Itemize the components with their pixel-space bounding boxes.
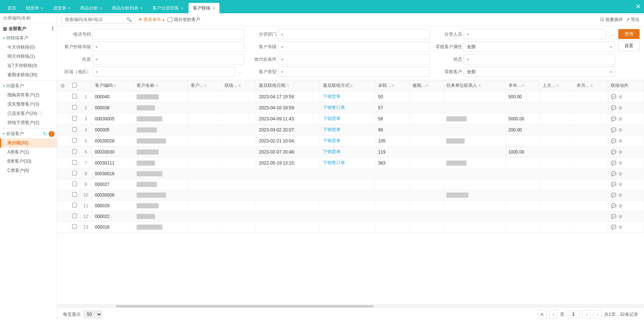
td-checkbox[interactable] <box>69 222 80 233</box>
filter-nature-select[interactable]: ▾ <box>92 54 244 64</box>
chat-icon[interactable]: 💬 <box>611 116 616 121</box>
grid-icon[interactable]: ⊞ <box>619 182 622 187</box>
th-uncontacted[interactable]: 未联... <box>375 80 409 91</box>
row-checkbox[interactable] <box>72 127 77 132</box>
close-tab-goods-analysis[interactable]: ✕ <box>99 6 102 10</box>
td-lastway[interactable] <box>320 179 375 190</box>
close-all-tabs[interactable]: ✕ <box>636 3 641 11</box>
th-thisyear[interactable]: 本年... <box>505 80 539 91</box>
tab-goods-analysis[interactable]: 商品分析 ✕ <box>76 3 107 13</box>
last-way-link[interactable]: 下销货单 <box>323 149 341 154</box>
row-checkbox[interactable] <box>72 160 77 165</box>
td-lastway[interactable] <box>320 211 375 222</box>
grid-icon[interactable]: ⊞ <box>619 94 622 99</box>
close-tab-sales[interactable]: ✕ <box>41 6 43 10</box>
tab-home[interactable]: 首页 <box>3 3 21 13</box>
td-lastway[interactable]: 下销售订单 <box>320 102 375 113</box>
td-lastway[interactable]: 下销货单 <box>320 113 375 124</box>
td-lastway[interactable] <box>320 169 375 179</box>
chat-icon[interactable]: 💬 <box>611 193 616 198</box>
td-lastway[interactable]: 下销货单 <box>320 91 375 102</box>
grid-icon[interactable]: ⊞ <box>619 203 622 208</box>
row-checkbox[interactable] <box>72 203 77 208</box>
batch-op-btn[interactable]: ☑ 批量操作 <box>600 17 623 23</box>
last-way-link[interactable]: 下销货单 <box>323 127 341 132</box>
main-search-icon[interactable]: 🔍 <box>126 17 132 22</box>
last-way-link[interactable]: 下销货单 <box>323 116 341 121</box>
th-contact[interactable]: 联络... <box>222 80 256 91</box>
grid-icon[interactable]: ⊞ <box>619 171 622 176</box>
scrollbar-thumb[interactable] <box>116 305 374 307</box>
chat-icon[interactable]: 💬 <box>611 171 616 176</box>
th-settings[interactable]: ⚙ <box>57 80 69 91</box>
filter-status-select[interactable]: ▾ <box>464 54 615 64</box>
close-tab-goods-analysis-list[interactable]: ✕ <box>140 6 143 10</box>
chat-icon[interactable]: 💬 <box>611 127 616 133</box>
grid-icon[interactable]: ⊞ <box>619 138 622 144</box>
filter-manager-select[interactable]: ▾ <box>464 29 606 39</box>
sidebar-item-declining[interactable]: 持续下滑客户(2) <box>0 118 57 127</box>
sidebar-item-ungroup[interactable]: 未分组(32) <box>0 138 57 148</box>
td-lastway[interactable]: 下销货单 <box>320 124 375 135</box>
sidebar-item-week[interactable]: 近7天待联络(0) <box>0 61 57 70</box>
last-way-link[interactable]: 下销售订单 <box>323 160 345 165</box>
td-checkbox[interactable] <box>69 147 80 158</box>
td-checkbox[interactable] <box>69 179 80 190</box>
more-filters-btn[interactable]: ▼ 更多条件 ▴ <box>138 17 165 23</box>
sidebar-item-churn[interactable]: 流失预警客户(3) <box>0 100 57 109</box>
chat-icon[interactable]: 💬 <box>611 149 616 155</box>
td-lastway[interactable]: 下销货单 <box>320 135 375 147</box>
td-checkbox[interactable] <box>69 135 80 147</box>
td-checkbox[interactable] <box>69 190 80 201</box>
collapse-sidebar-icon[interactable]: 《 <box>49 25 54 32</box>
main-search-input[interactable] <box>65 17 125 22</box>
td-checkbox[interactable] <box>69 102 80 113</box>
td-lastway[interactable] <box>320 201 375 211</box>
chat-icon[interactable]: 💬 <box>611 214 616 219</box>
grid-icon[interactable]: ⊞ <box>619 116 622 121</box>
close-tab-purchase[interactable]: ✕ <box>68 6 71 10</box>
more-options-icon[interactable]: … <box>608 32 615 37</box>
row-checkbox[interactable] <box>72 192 77 197</box>
my-customers-checkbox[interactable]: 我分管的客户 <box>168 17 200 23</box>
query-button[interactable]: 查询 <box>618 29 640 39</box>
filter-retail-customer-select[interactable]: 全部 ▾ <box>464 67 615 77</box>
grid-icon[interactable]: ⊞ <box>619 160 622 166</box>
grid-icon[interactable]: ⊞ <box>619 127 622 133</box>
grid-icon[interactable]: ⊞ <box>619 225 622 230</box>
sidebar-item-typeB[interactable]: B类客户(33) <box>0 157 57 166</box>
row-checkbox[interactable] <box>72 105 77 110</box>
grid-icon[interactable]: ⊞ <box>619 105 622 110</box>
export-btn[interactable]: ↗ 导出 <box>626 17 640 23</box>
sidebar-item-typeC[interactable]: C类客户(6) <box>0 166 57 175</box>
sidebar-search-input[interactable] <box>3 15 57 21</box>
close-tab-customer-contact[interactable]: ✕ <box>212 6 215 10</box>
page-size-select[interactable]: 50 10 20 100 <box>84 310 102 318</box>
row-checkbox[interactable] <box>72 181 77 186</box>
tab-customer-segment[interactable]: 客户分层经客 ✕ <box>148 3 188 13</box>
td-checkbox[interactable] <box>69 211 80 222</box>
chat-icon[interactable]: 💬 <box>611 160 616 166</box>
th-code[interactable]: 客户编码 <box>92 80 134 91</box>
sidebar-item-typeA[interactable]: A类客户(1) <box>0 148 57 157</box>
filter-customer-level-select[interactable]: ▾ <box>278 42 430 52</box>
sidebar-group-pending[interactable]: ▾ 待联络客户 <box>0 33 57 43</box>
last-way-link[interactable]: 下销货单 <box>323 138 341 143</box>
chat-icon[interactable]: 💬 <box>611 94 616 99</box>
chat-icon[interactable]: 💬 <box>611 225 616 230</box>
filter-customer-type-select[interactable]: ▾ <box>278 67 430 77</box>
row-checkbox[interactable] <box>72 94 77 99</box>
td-lastway[interactable] <box>320 222 375 233</box>
tab-customer-contact[interactable]: 客户联络 ✕ <box>189 3 219 13</box>
td-checkbox[interactable] <box>69 91 80 102</box>
next-page-btn[interactable]: › <box>582 310 591 319</box>
grid-icon[interactable]: ⊞ <box>619 193 622 198</box>
th-overdue[interactable]: 逾期... <box>409 80 443 91</box>
sidebar-group-value[interactable]: ▾ 价值客户 ↻ ! <box>0 129 57 138</box>
page-input[interactable] <box>567 311 580 318</box>
filter-retail-attr-select[interactable]: 全部 ▾ <box>464 42 615 52</box>
sidebar-group-problem[interactable]: ▾ 问题客户 <box>0 81 57 91</box>
first-page-btn[interactable]: K <box>538 310 547 319</box>
td-lastway[interactable]: 下销货单 <box>320 147 375 158</box>
td-checkbox[interactable] <box>69 124 80 135</box>
